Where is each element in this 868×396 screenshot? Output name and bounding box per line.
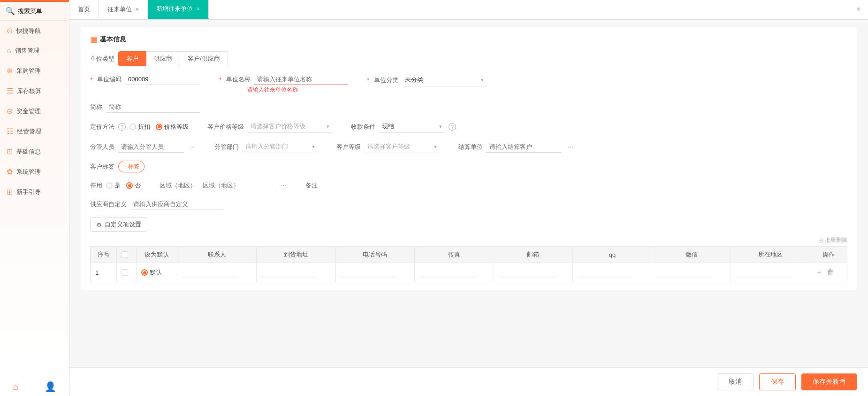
sidebar-item-inventory[interactable]: ☰ 库存核算 (0, 81, 69, 101)
sidebar-item-operations[interactable]: ☷ 经营管理 (0, 121, 69, 141)
batch-delete-label[interactable]: 批量删除 (825, 236, 847, 244)
payment-terms-select[interactable]: 现结 ▾ (379, 120, 445, 133)
save-new-button[interactable]: 保存并新增 (801, 373, 857, 390)
sidebar-item-label: 快捷导航 (16, 27, 41, 35)
col-checkbox (117, 247, 137, 263)
tab-bar-close-btn[interactable]: × (849, 0, 868, 19)
col-region: 所在地区 (731, 247, 810, 263)
manager-input[interactable] (118, 141, 184, 153)
unit-type-field: 单位类型 客户 供应商 客户/供应商 (90, 51, 228, 66)
short-name-input[interactable] (106, 101, 200, 113)
cell-qq[interactable] (573, 263, 652, 282)
manager-label: 分管人员 (90, 143, 114, 151)
tab-new-partner[interactable]: 新增往来单位 × (148, 0, 209, 19)
unit-name-input[interactable] (254, 74, 348, 85)
row-default-inner (143, 271, 146, 274)
contact-table-body: 1 默认 (91, 263, 847, 282)
sidebar-item-finance[interactable]: ⊝ 资金管理 (0, 101, 69, 121)
customer-tag-row: 客户标签 + 标签 (90, 161, 847, 172)
sidebar-search[interactable]: 🔍 搜索菜单 (0, 2, 69, 21)
row-delete-btn[interactable]: 🗑 (825, 267, 836, 278)
add-tag-btn[interactable]: + 标签 (118, 161, 145, 172)
sidebar-item-guide[interactable]: ⊞ 新手引导 (0, 182, 69, 202)
region-input[interactable] (200, 180, 275, 191)
radio-discount-label: 折扣 (138, 123, 150, 131)
cell-email[interactable] (494, 263, 573, 282)
wechat-input[interactable] (657, 267, 713, 278)
qq-input[interactable] (578, 267, 634, 278)
row-default-label: 默认 (150, 268, 162, 277)
sidebar-item-sales[interactable]: ⌂ 销售管理 (0, 41, 69, 61)
custom-settings-button[interactable]: ⚙ 自定义项设置 (90, 217, 147, 232)
radio-price-level[interactable]: 价格等级 (156, 123, 189, 131)
radio-no[interactable]: 否 (126, 181, 141, 190)
settlement-unit-input[interactable] (487, 141, 562, 153)
unit-code-input[interactable] (125, 74, 200, 85)
unit-type-row: 单位类型 客户 供应商 客户/供应商 (90, 51, 847, 66)
supplier-custom-input[interactable] (130, 199, 224, 210)
cell-region[interactable] (731, 263, 810, 282)
page-content: ▣ 基本信息 单位类型 客户 供应商 客户/供应商 * 单位编码 (69, 20, 868, 367)
sidebar-user-btn[interactable]: 👤 (45, 381, 56, 392)
purchase-icon: ⊛ (7, 66, 13, 75)
basic-info-section: ▣ 基本信息 单位类型 客户 供应商 客户/供应商 * 单位编码 (81, 27, 857, 290)
manager-more[interactable]: ··· (190, 143, 196, 151)
fax-input[interactable] (419, 267, 476, 278)
customer-level-select[interactable]: 请选择客户等级 ▾ (365, 140, 440, 153)
tab-new-partner-close[interactable]: × (197, 6, 200, 12)
row-checkbox[interactable] (122, 269, 128, 276)
remark-input[interactable] (321, 180, 462, 191)
short-name-label: 简称 (90, 103, 102, 111)
unit-category-arrow: ▾ (481, 77, 484, 83)
radio-yes[interactable]: 是 (106, 181, 121, 190)
cancel-button[interactable]: 取消 (717, 373, 754, 390)
cell-address[interactable] (256, 263, 335, 282)
customer-price-level-arrow: ▾ (327, 124, 329, 130)
sidebar-item-label: 系统管理 (16, 168, 41, 176)
email-input[interactable] (499, 267, 555, 278)
customer-price-level-select[interactable]: 请选择客户价格等级 ▾ (248, 120, 332, 133)
unit-category-value: 未分类 (405, 76, 479, 84)
table-header-row: 序号 设为默认 联系人 到货地址 电话号码 传真 邮箱 qq 微信 所在地区 操… (91, 247, 847, 263)
save-button[interactable]: 保存 (759, 373, 796, 390)
row-region-input[interactable] (736, 267, 792, 278)
row-default-radio[interactable]: 默认 (141, 268, 172, 277)
tab-partners[interactable]: 往来单位 × (99, 0, 148, 19)
unit-category-select[interactable]: 未分类 ▾ (402, 74, 487, 86)
department-arrow: ▾ (312, 144, 315, 150)
sidebar-item-quick-nav[interactable]: ⊙ 快捷导航 (0, 21, 69, 41)
radio-discount[interactable]: 折扣 (129, 123, 150, 131)
cell-contact[interactable] (177, 263, 257, 282)
cell-fax[interactable] (415, 263, 494, 282)
settlement-unit-label: 结算单位 (458, 143, 483, 151)
quick-nav-icon: ⊙ (7, 26, 13, 35)
unit-btn-customer[interactable]: 客户 (118, 51, 146, 66)
address-input[interactable] (261, 267, 318, 278)
sidebar-item-system[interactable]: ✿ 系统管理 (0, 162, 69, 182)
unit-type-label: 单位类型 (90, 54, 114, 63)
tab-partners-close[interactable]: × (136, 6, 139, 13)
sidebar-item-basics[interactable]: ⊡ 基础信息 (0, 141, 69, 162)
custom-settings-icon: ⚙ (96, 221, 102, 228)
contact-input[interactable] (182, 267, 238, 278)
manager-field: 分管人员 ··· (90, 141, 196, 153)
unit-btn-supplier[interactable]: 供应商 (146, 51, 180, 66)
sidebar-item-purchase[interactable]: ⊛ 采购管理 (0, 61, 69, 81)
sidebar-home-btn[interactable]: ⌂ (13, 381, 18, 392)
col-wechat: 微信 (652, 247, 731, 263)
region-more[interactable]: ··· (281, 181, 287, 190)
department-label: 分管部门 (214, 143, 239, 151)
unit-btn-both[interactable]: 客户/供应商 (180, 51, 228, 66)
customer-price-level-field: 客户价格等级 请选择客户价格等级 ▾ (207, 120, 332, 133)
phone-input[interactable] (341, 267, 397, 278)
cell-phone[interactable] (335, 263, 415, 282)
pricing-method-help[interactable]: ? (118, 123, 126, 131)
payment-terms-help[interactable]: ? (449, 123, 456, 131)
cell-wechat[interactable] (652, 263, 731, 282)
department-select[interactable]: 请输入分管部门 ▾ (243, 140, 318, 153)
tab-home[interactable]: 首页 (69, 0, 99, 19)
col-fax: 传真 (415, 247, 494, 263)
settlement-unit-more[interactable]: ··· (567, 143, 573, 151)
header-checkbox[interactable] (122, 251, 128, 258)
row-add-btn[interactable]: + (815, 267, 823, 278)
